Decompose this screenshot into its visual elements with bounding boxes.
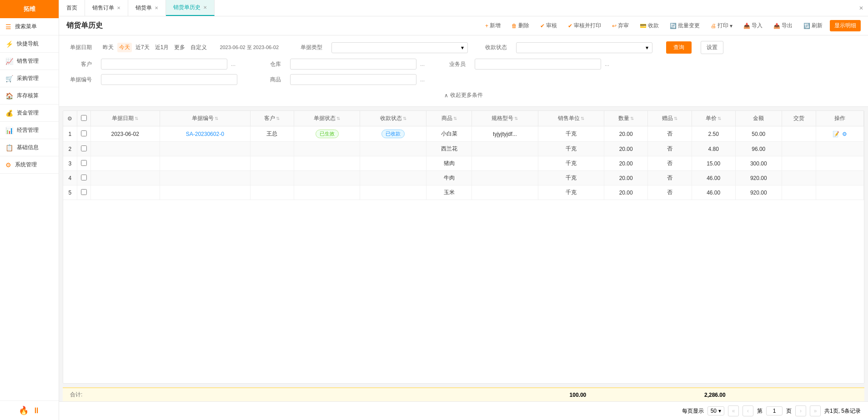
tab-sales-history[interactable]: 销货单历史 ✕ [166,0,215,16]
delete-button[interactable]: 🗑 删除 [508,20,533,31]
staff-label: 业务员 [440,60,466,68]
cell-payment-status [360,142,426,156]
page-next-btn[interactable]: › [795,405,806,416]
col-settings[interactable]: ⚙ [63,111,77,126]
sidebar-pause-btn[interactable]: ⏸ [32,406,40,415]
col-sales-unit[interactable]: 销售单位⇅ [538,111,604,126]
sidebar-item-label: 搜索菜单 [15,23,37,30]
import-icon: 📥 [743,23,750,29]
doc-number-input[interactable] [101,74,237,85]
goods-input[interactable] [290,74,416,85]
print-button[interactable]: 🖨 打印 ▾ [707,20,736,31]
cell-operation [816,171,864,185]
collapse-filter-btn[interactable]: ∧ 收起更多条件 [442,90,485,101]
col-unit-price[interactable]: 单价⇅ [692,111,735,126]
goods-ellipsis[interactable]: ... [418,76,426,83]
collapse-arrow-icon: ∧ [444,92,448,99]
table-row: 1 2023-06-02 SA-20230602-0 王总 已生效 已收款 小白… [63,126,864,142]
date-btn-today[interactable]: 今天 [117,43,132,52]
tab-sales-history-close[interactable]: ✕ [203,5,207,10]
sidebar-item-sys-mgmt[interactable]: ⚙ 系统管理 [0,156,59,174]
col-goods[interactable]: 商品⇅ [426,111,472,126]
page-content: 销货单历史 + 新增 🗑 删除 ✔ 审核 ✔ 审核并打印 [59,16,868,420]
tab-bar-close-all[interactable]: ✕ [854,0,868,16]
page-last-btn[interactable]: » [810,405,821,416]
date-btn-yesterday[interactable]: 昨天 [101,43,115,52]
collect-button[interactable]: 💳 收款 [636,20,662,31]
warehouse-ellipsis[interactable]: ... [418,61,426,67]
row-checkbox[interactable] [81,130,87,136]
export-button[interactable]: 📤 导出 [770,20,796,31]
cell-gift: 否 [648,156,692,171]
staff-ellipsis[interactable]: ... [603,61,611,67]
col-gift[interactable]: 赠品⇅ [648,111,692,126]
col-checkbox[interactable] [77,111,90,126]
data-table-container: ⚙ 单据日期⇅ 单据编号⇅ 客户⇅ 单据状态⇅ 收款状态⇅ 商品⇅ 规格型号⇅ … [63,110,864,384]
refresh-button[interactable]: 🔃 刷新 [800,20,826,31]
row-checkbox[interactable] [81,175,87,180]
row-checkbox[interactable] [81,145,87,151]
doc-number-link[interactable]: SA-20230602-0 [186,131,224,137]
col-spec-type[interactable]: 规格型号⇅ [472,111,538,126]
cell-rownum: 2 [63,142,77,156]
sidebar-item-search-menu[interactable]: ☰ 搜索菜单 [0,18,59,35]
sidebar-fire-btn[interactable]: 🔥 [19,405,29,415]
col-customer[interactable]: 客户⇅ [250,111,294,126]
date-btn-custom[interactable]: 自定义 [189,43,209,52]
col-quantity[interactable]: 数量⇅ [604,111,648,126]
sidebar-item-ops-mgmt[interactable]: 📊 经营管理 [0,122,59,139]
tab-sales-goods[interactable]: 销货单 ✕ [128,0,166,16]
cell-checkbox[interactable] [77,126,90,142]
op-edit-btn[interactable]: 📝 [833,131,839,137]
tab-sales-history-label: 销货单历史 [173,4,201,11]
abandon-button[interactable]: ↩ 弃审 [608,20,632,31]
sidebar-item-basic-info[interactable]: 📋 基础信息 [0,139,59,156]
date-btn-7days[interactable]: 近7天 [134,43,151,52]
payment-status-select[interactable]: ▾ [516,42,652,53]
show-detail-button[interactable]: 显示明细 [830,20,861,31]
doc-number-field [101,74,237,85]
settings-button[interactable]: 设置 [701,41,723,54]
sidebar-item-sales-mgmt[interactable]: 📈 销售管理 [0,53,59,70]
page-suffix: 页 [786,407,792,415]
col-payment-status[interactable]: 收款状态⇅ [360,111,426,126]
date-btn-more[interactable]: 更多 [172,43,187,52]
new-button[interactable]: + 新增 [482,20,504,31]
customer-input[interactable] [101,59,227,70]
page-first-btn[interactable]: « [728,405,739,416]
sidebar-item-quick-nav[interactable]: ⚡ 快捷导航 [0,35,59,53]
query-button[interactable]: 查询 [666,41,692,54]
row-checkbox[interactable] [81,189,87,195]
import-button[interactable]: 📥 导入 [740,20,766,31]
tab-home[interactable]: 首页 [59,0,85,16]
batch-change-button[interactable]: 🔄 批量变更 [666,20,703,31]
col-doc-status[interactable]: 单据状态⇅ [294,111,360,126]
doc-type-select[interactable]: ▾ [331,42,468,53]
select-all-checkbox[interactable] [81,115,87,121]
staff-input[interactable] [475,59,601,70]
op-more-btn[interactable]: ⚙ [842,131,847,137]
audit-print-button[interactable]: ✔ 审核并打印 [564,20,605,31]
sidebar-item-inventory-calc[interactable]: 🏠 库存核算 [0,87,59,105]
page-prev-btn[interactable]: ‹ [743,405,753,416]
cell-checkbox[interactable] [77,156,90,171]
sidebar-item-purchase-mgmt[interactable]: 🛒 采购管理 [0,70,59,87]
page-size-select[interactable]: 50 ▾ [707,406,724,415]
refresh-icon: 🔃 [803,23,810,29]
cell-checkbox[interactable] [77,142,90,156]
show-detail-label: 显示明细 [834,22,856,29]
sidebar-item-fund-mgmt[interactable]: 💰 资金管理 [0,105,59,122]
warehouse-input[interactable] [290,59,416,70]
page-number-input[interactable] [766,406,783,415]
date-btn-1month[interactable]: 近1月 [153,43,171,52]
audit-button[interactable]: ✔ 审核 [537,20,561,31]
cell-checkbox[interactable] [77,171,90,185]
tab-sales-order[interactable]: 销售订单 ✕ [85,0,128,16]
col-doc-number[interactable]: 单据编号⇅ [160,111,250,126]
customer-ellipsis[interactable]: ... [229,61,237,67]
row-checkbox[interactable] [81,160,87,166]
tab-sales-goods-close[interactable]: ✕ [155,5,158,10]
tab-sales-order-close[interactable]: ✕ [117,5,120,10]
col-doc-date[interactable]: 单据日期⇅ [90,111,160,126]
cell-checkbox[interactable] [77,185,90,200]
